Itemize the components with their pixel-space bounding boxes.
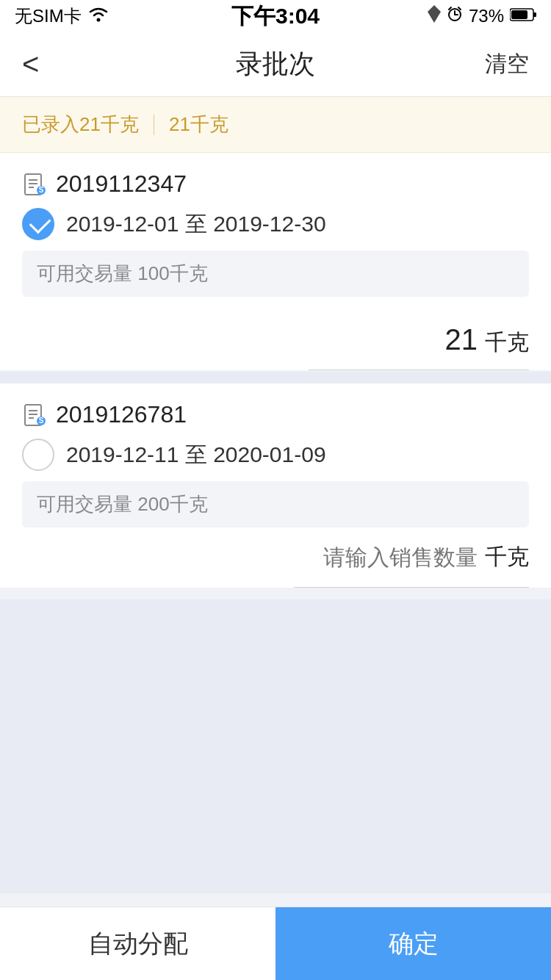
svg-rect-5 — [533, 12, 536, 17]
page-title: 录批次 — [236, 46, 315, 82]
qty-input[interactable] — [272, 545, 478, 570]
batch-1-radio[interactable] — [22, 208, 54, 240]
svg-rect-6 — [511, 10, 527, 19]
clear-button[interactable]: 清空 — [485, 49, 529, 79]
section-gap-1 — [0, 372, 551, 383]
alarm-icon — [447, 6, 463, 26]
batch-1-card: S 2019112347 2019-12-01 至 2019-12-30 可用交… — [0, 153, 551, 370]
batch-1-amount-unit: 千克 — [485, 328, 529, 358]
status-bar-time: 下午3:04 — [231, 1, 320, 32]
status-bar-right: 73% — [428, 5, 536, 27]
batch-2-header: S 2019126781 — [22, 401, 529, 428]
batch-1-id: 2019112347 — [56, 170, 187, 198]
batch-1-header: S 2019112347 — [22, 170, 529, 198]
batch-2-id: 2019126781 — [56, 401, 187, 428]
batch-2-available-qty: 可用交易量 200千克 — [22, 481, 529, 527]
svg-text:S: S — [39, 417, 44, 425]
batch-1-date: 2019-12-01 至 2019-12-30 — [66, 209, 326, 239]
batch-2-qty-unit: 千克 — [485, 542, 529, 572]
batch-2-card: S 2019126781 2019-12-11 至 2020-01-09 可用交… — [0, 383, 551, 588]
batch-2-radio[interactable] — [22, 439, 54, 471]
battery-text: 73% — [469, 6, 504, 26]
batch-1-amount-row: 21 千克 — [0, 311, 551, 370]
batch-1-amount-value: 21 — [445, 323, 478, 356]
document-icon-1: S — [22, 171, 48, 198]
batch-2-input-row: 千克 — [0, 542, 551, 587]
gray-area — [0, 599, 551, 893]
back-button[interactable]: < — [22, 48, 39, 81]
info-banner: 已录入21千克 21千克 — [0, 97, 551, 153]
batch-1-available-qty: 可用交易量 100千克 — [22, 251, 529, 297]
input-underline — [294, 587, 529, 588]
amount-divider — [309, 370, 529, 370]
document-icon-2: S — [22, 402, 48, 428]
carrier-text: 无SIM卡 — [15, 4, 82, 28]
batch-2-row[interactable]: 2019-12-11 至 2020-01-09 — [22, 439, 529, 471]
location-icon — [428, 5, 441, 27]
confirm-button[interactable]: 确定 — [276, 907, 551, 980]
nav-bar: < 录批次 清空 — [0, 32, 551, 97]
svg-text:S: S — [39, 186, 44, 194]
bottom-bar: 自动分配 确定 — [0, 907, 551, 980]
status-bar-left: 无SIM卡 — [15, 4, 109, 28]
batch-2-date: 2019-12-11 至 2020-01-09 — [66, 440, 326, 470]
status-bar: 无SIM卡 下午3:04 73% — [0, 0, 551, 32]
wifi-icon — [87, 6, 109, 26]
batch-2-item: S 2019126781 2019-12-11 至 2020-01-09 可用交… — [0, 383, 551, 542]
auto-distribute-button[interactable]: 自动分配 — [0, 907, 276, 980]
info-divider — [154, 115, 154, 135]
svg-point-0 — [96, 18, 100, 22]
recorded-qty-value: 21千克 — [169, 112, 228, 137]
batch-1-item: S 2019112347 2019-12-01 至 2019-12-30 可用交… — [0, 153, 551, 311]
battery-icon — [510, 6, 536, 26]
batch-1-row[interactable]: 2019-12-01 至 2019-12-30 — [22, 208, 529, 240]
recorded-qty-label: 已录入21千克 — [22, 112, 139, 137]
